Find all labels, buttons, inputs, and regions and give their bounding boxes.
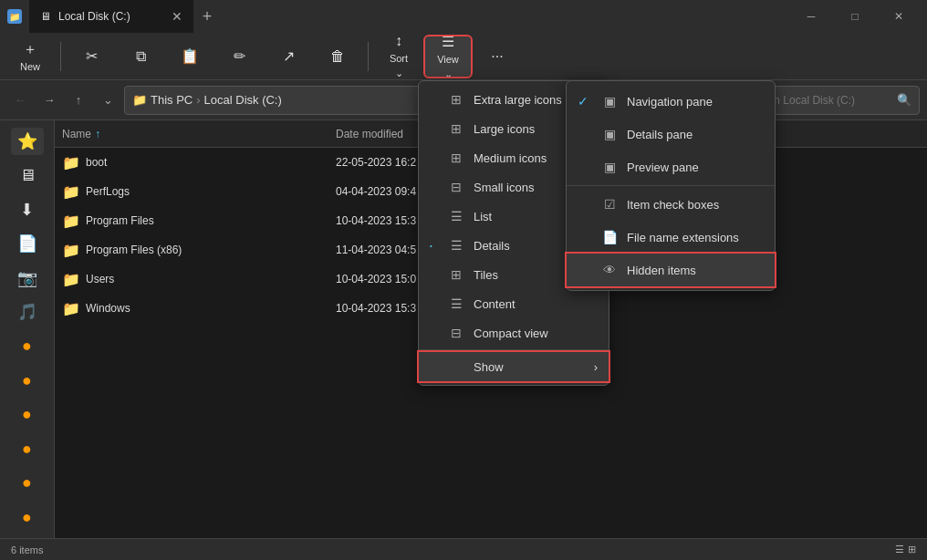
view-button[interactable]: ☰ View ⌄ <box>425 36 471 77</box>
list-icon: ☰ <box>448 209 464 223</box>
new-tab-button[interactable]: + <box>193 3 221 30</box>
status-bar: 6 items ☰ ⊞ <box>0 538 927 560</box>
active-tab[interactable]: 🖥 Local Disk (C:) ✕ <box>29 0 193 33</box>
content-label: Content <box>474 297 516 311</box>
toolbar: ＋ New ✂ ⧉ 📋 ✏ ↗ 🗑 ↕ Sort ⌄ ☰ View ⌄ ··· <box>0 33 927 80</box>
file-name-cell: 📁 Users <box>55 271 328 288</box>
compact-icon: ⊟ <box>448 326 464 340</box>
paste-icon: 📋 <box>181 47 199 65</box>
more-button[interactable]: ··· <box>474 36 520 77</box>
preview-pane-icon: ▣ <box>601 160 618 174</box>
delete-icon: 🗑 <box>330 48 345 65</box>
large-label: Large icons <box>474 122 535 136</box>
sidebar-item-desktop[interactable]: 🖥 <box>11 162 44 190</box>
copy-button[interactable]: ⧉ <box>118 36 163 77</box>
small-icon: ⊟ <box>448 180 464 194</box>
rename-button[interactable]: ✏ <box>216 36 262 77</box>
share-button[interactable]: ↗ <box>266 36 311 77</box>
content-icon: ☰ <box>448 296 464 311</box>
submenu-navigation-pane[interactable]: ✓ ▣ Navigation pane <box>567 85 775 118</box>
hidden-items-label: Hidden items <box>627 264 696 277</box>
submenu-file-name-extensions[interactable]: 📄 File name extensions <box>567 221 775 254</box>
submenu-hidden-items[interactable]: 👁 Hidden items <box>567 254 775 286</box>
list-view-icon[interactable]: ☰ <box>895 544 904 555</box>
forward-button[interactable]: → <box>36 88 62 113</box>
sidebar-item-home[interactable]: ⭐ <box>11 128 44 155</box>
app-icon: 📁 <box>7 9 22 24</box>
delete-button[interactable]: 🗑 <box>315 36 360 77</box>
view-label: View <box>437 54 459 65</box>
folder-icon: 📁 <box>62 154 80 171</box>
rename-icon: ✏ <box>234 47 245 65</box>
view-icon: ☰ <box>442 33 454 50</box>
menu-content[interactable]: ☰ Content <box>419 289 609 318</box>
show-submenu: ✓ ▣ Navigation pane ▣ Details pane ▣ Pre… <box>566 80 776 291</box>
sort-button[interactable]: ↕ Sort ⌄ <box>376 36 422 77</box>
maximize-button[interactable]: □ <box>834 0 876 33</box>
sort-chevron-icon: ⌄ <box>395 67 403 79</box>
menu-compact-view[interactable]: ⊟ Compact view <box>419 318 609 347</box>
submenu-item-check-boxes[interactable]: ☑ Item check boxes <box>567 188 775 221</box>
navigation-pane-label: Navigation pane <box>627 95 713 109</box>
sidebar-item-orange-2[interactable]: ● <box>11 368 44 395</box>
file-name: Program Files <box>86 214 154 227</box>
file-name-ext-label: File name extensions <box>627 231 739 244</box>
sidebar-item-pictures[interactable]: 📷 <box>11 264 44 292</box>
path-sep-1: › <box>196 93 200 107</box>
compact-label: Compact view <box>474 327 548 340</box>
details-pane-icon: ▣ <box>601 127 618 141</box>
file-name-cell: 📁 Program Files (x86) <box>55 242 328 259</box>
tab-disk-icon: 🖥 <box>40 10 51 23</box>
medium-icon: ⊞ <box>448 150 464 165</box>
item-check-boxes-icon: ☑ <box>601 197 618 212</box>
sidebar-item-orange-5[interactable]: ● <box>11 470 44 497</box>
toolbar-separator-1 <box>60 42 61 71</box>
view-chevron-icon: ⌄ <box>444 68 453 80</box>
small-label: Small icons <box>474 181 534 194</box>
sidebar-item-music[interactable]: 🎵 <box>11 299 44 327</box>
minimize-button[interactable]: ─ <box>790 0 832 33</box>
sidebar-item-orange-6[interactable]: ● <box>11 504 44 532</box>
back-button[interactable]: ← <box>7 88 33 113</box>
sidebar-item-downloads[interactable]: ⬇ <box>11 196 44 223</box>
file-name-cell: 📁 Windows <box>55 300 328 317</box>
sidebar-item-orange-1[interactable]: ● <box>11 333 44 360</box>
more-icon: ··· <box>491 48 503 65</box>
file-name-cell: 📁 Program Files <box>55 213 328 230</box>
path-local-disk: Local Disk (C:) <box>204 93 282 107</box>
column-name-header[interactable]: Name ↑ <box>55 120 328 147</box>
view-menu-separator <box>419 349 609 350</box>
extra-large-icon: ⊞ <box>448 92 464 107</box>
menu-show[interactable]: Show › <box>419 352 609 381</box>
share-icon: ↗ <box>283 47 295 65</box>
submenu-details-pane[interactable]: ▣ Details pane <box>567 118 775 150</box>
expand-button[interactable]: ⌄ <box>95 88 120 113</box>
window-controls: ─ □ ✕ <box>790 0 920 33</box>
new-button[interactable]: ＋ New <box>7 36 53 77</box>
tab-close-button[interactable]: ✕ <box>172 9 182 24</box>
folder-icon: 📁 <box>62 242 80 259</box>
folder-icon: 📁 <box>62 213 80 230</box>
grid-view-icon[interactable]: ⊞ <box>908 544 916 555</box>
sidebar-item-documents[interactable]: 📄 <box>11 231 44 258</box>
file-name: PerfLogs <box>86 185 130 198</box>
large-icon: ⊞ <box>448 121 464 136</box>
tab-bar: 🖥 Local Disk (C:) ✕ + <box>29 0 783 33</box>
details-pane-label: Details pane <box>627 128 693 141</box>
navigation-pane-icon: ▣ <box>601 94 618 109</box>
sidebar-item-orange-4[interactable]: ● <box>11 436 44 463</box>
close-button[interactable]: ✕ <box>878 0 920 33</box>
status-right: ☰ ⊞ <box>895 544 916 555</box>
dot-details: • <box>430 242 439 250</box>
item-count: 6 items <box>11 544 43 555</box>
folder-icon: 📁 <box>62 271 80 288</box>
copy-icon: ⧉ <box>136 48 146 65</box>
path-icon: 📁 <box>132 93 147 107</box>
up-button[interactable]: ↑ <box>66 88 91 113</box>
submenu-preview-pane[interactable]: ▣ Preview pane <box>567 150 775 183</box>
paste-button[interactable]: 📋 <box>167 36 213 77</box>
cut-button[interactable]: ✂ <box>68 36 114 77</box>
file-name-cell: 📁 PerfLogs <box>55 183 328 201</box>
tiles-label: Tiles <box>474 268 498 282</box>
sidebar-item-orange-3[interactable]: ● <box>11 401 44 429</box>
